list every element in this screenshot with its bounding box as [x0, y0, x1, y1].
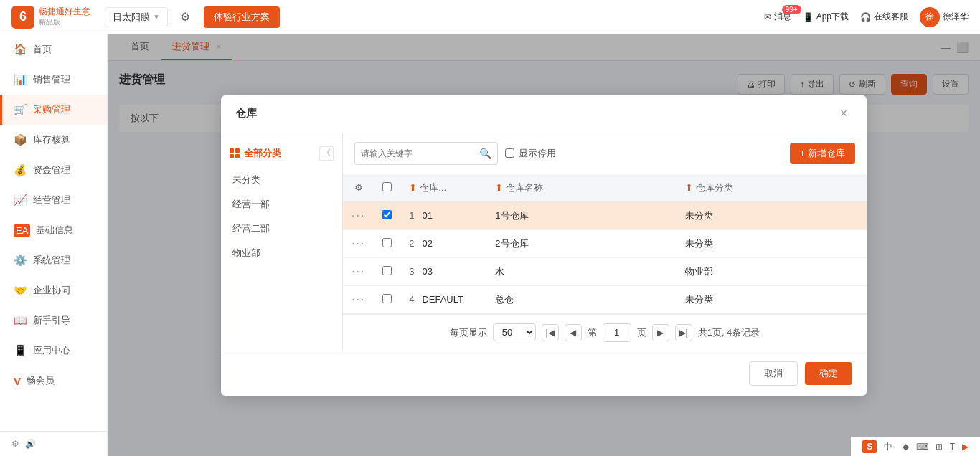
last-page-button[interactable]: ▶| — [675, 324, 692, 341]
play-icon: ▶ — [962, 442, 969, 452]
col-name[interactable]: ⬆仓库名称 — [486, 174, 677, 202]
sidebar-item-sales[interactable]: 📊 销售管理 — [0, 65, 107, 95]
show-disabled-checkbox-label[interactable]: 显示停用 — [505, 147, 556, 160]
per-page-label: 每页显示 — [450, 326, 487, 339]
row-category-cell: 未分类 — [677, 285, 867, 313]
warehouse-table: ⚙ ⬆仓库... ⬆仓库名称 — [343, 174, 867, 314]
message-badge: 99+ — [782, 5, 801, 14]
confirm-button[interactable]: 确定 — [805, 362, 852, 385]
keyboard-icon[interactable]: ⌨ — [916, 442, 928, 452]
search-box[interactable]: 🔍 — [354, 142, 498, 165]
sidebar-item-inventory[interactable]: 📦 库存核算 — [0, 125, 107, 155]
sidebar-item-purchase[interactable]: 🛒 采购管理 — [0, 95, 107, 125]
sort-icon-cat: ⬆ — [685, 182, 693, 193]
page-number-input[interactable] — [603, 323, 631, 342]
sidebar-item-label: 库存核算 — [33, 133, 70, 146]
show-disabled-checkbox[interactable] — [505, 148, 514, 158]
new-warehouse-button[interactable]: + 新增仓库 — [790, 143, 855, 164]
row-name-cell: 水 — [486, 257, 677, 285]
row-checkbox-cell[interactable] — [374, 201, 400, 229]
category-item-property[interactable]: 物业部 — [221, 241, 342, 265]
category-item-ops2[interactable]: 经营二部 — [221, 217, 342, 241]
search-input[interactable] — [361, 148, 479, 158]
table-row: ··· 3 03 水 物业部 — [343, 257, 867, 285]
row-checkbox[interactable] — [382, 210, 392, 219]
home-icon: 🏠 — [14, 43, 27, 56]
headset-icon: 🎧 — [860, 12, 871, 22]
row-checkbox-cell[interactable] — [374, 229, 400, 257]
row-more-btn[interactable]: ··· — [343, 201, 374, 229]
row-name-cell: 1号仓库 — [486, 201, 677, 229]
main-layout: 🏠 首页 📊 销售管理 🛒 采购管理 📦 库存核算 💰 资金管理 📈 经营管理 … — [0, 34, 980, 456]
username: 徐泽华 — [943, 11, 969, 23]
sidebar-bottom: ⚙ 🔊 — [0, 431, 107, 456]
guide-icon: 📖 — [14, 314, 27, 327]
sales-icon: 📊 — [14, 73, 27, 86]
page-label: 第 — [588, 326, 597, 339]
basics-icon: EA — [14, 224, 30, 237]
modal-close-button[interactable]: × — [835, 105, 852, 123]
row-checkbox[interactable] — [382, 266, 392, 275]
topbar: 6 畅捷通好生意 精品版 日太阳膜 ▼ ⚙ 体验行业方案 ✉ 消息 99+ 📱 … — [0, 0, 980, 34]
category-item-unclassified[interactable]: 未分类 — [221, 168, 342, 192]
page-suffix: 页 — [637, 326, 646, 339]
row-checkbox[interactable] — [382, 238, 392, 247]
row-checkbox-cell[interactable] — [374, 257, 400, 285]
logo-text-group: 畅捷通好生意 精品版 — [39, 6, 90, 28]
sidebar-item-label: 资金管理 — [33, 163, 70, 176]
trial-button[interactable]: 体验行业方案 — [204, 6, 280, 28]
speaker-bottom-icon[interactable]: 🔊 — [25, 439, 36, 449]
per-page-select[interactable]: 50 20 100 — [493, 323, 536, 341]
cancel-button[interactable]: 取消 — [749, 361, 798, 386]
finance-icon: 💰 — [14, 163, 27, 176]
select-all-checkbox[interactable] — [382, 182, 392, 191]
user-menu[interactable]: 徐 徐泽华 — [920, 7, 969, 27]
online-service-button[interactable]: 🎧 在线客服 — [860, 11, 908, 23]
logo-icon: 6 — [11, 6, 34, 29]
settings-icon[interactable]: ⚙ — [174, 6, 197, 29]
row-more-btn[interactable]: ··· — [343, 257, 374, 285]
sidebar-item-finance[interactable]: 💰 资金管理 — [0, 155, 107, 185]
company-selector[interactable]: 日太阳膜 ▼ — [105, 7, 168, 27]
sidebar-item-enterprise[interactable]: 🤝 企业协同 — [0, 275, 107, 305]
sidebar-item-label: 基础信息 — [36, 224, 73, 237]
collapse-button[interactable]: 《 — [319, 146, 334, 161]
sidebar-item-label: 首页 — [33, 43, 52, 56]
sidebar-item-system[interactable]: ⚙️ 系统管理 — [0, 245, 107, 275]
next-page-button[interactable]: ▶ — [652, 324, 669, 341]
main-content: 首页 进货管理 × — ⬜ 进货管理 🖨 打印 ↑ 导出 — [108, 34, 980, 456]
message-icon: ✉ — [764, 12, 771, 22]
sidebar-item-guide[interactable]: 📖 新手引导 — [0, 305, 107, 336]
row-more-btn[interactable]: ··· — [343, 285, 374, 313]
lang-indicator[interactable]: 中· — [884, 441, 895, 453]
category-item-ops1[interactable]: 经营一部 — [221, 192, 342, 217]
enterprise-icon: 🤝 — [14, 284, 27, 297]
sidebar-item-apps[interactable]: 📱 应用中心 — [0, 336, 107, 366]
bottom-bar: S 中· ◆ ⌨ ⊞ T ▶ — [851, 437, 980, 456]
col-code[interactable]: ⬆仓库... — [400, 174, 486, 202]
sidebar-item-label: 经营管理 — [33, 194, 70, 206]
right-panel: 🔍 显示停用 + 新增仓库 — [343, 133, 867, 351]
operations-icon: 📈 — [14, 194, 27, 206]
row-checkbox-cell[interactable] — [374, 285, 400, 313]
grid-bottom-icon: ⊞ — [936, 442, 943, 452]
message-button[interactable]: ✉ 消息 99+ — [764, 11, 791, 23]
app-download-button[interactable]: 📱 App下载 — [803, 11, 849, 23]
sidebar-item-basics[interactable]: EA 基础信息 — [0, 215, 107, 245]
sidebar-item-operations[interactable]: 📈 经营管理 — [0, 185, 107, 215]
pagination: 每页显示 50 20 100 |◀ ◀ 第 页 ▶ — [343, 314, 867, 351]
row-num-cell: 1 01 — [400, 201, 486, 229]
sidebar-item-member[interactable]: V 畅会员 — [0, 366, 107, 396]
app-download-icon: 📱 — [803, 12, 814, 22]
col-settings: ⚙ — [343, 174, 374, 202]
col-category[interactable]: ⬆仓库分类 — [677, 174, 867, 202]
sidebar-item-label: 企业协同 — [33, 284, 70, 297]
row-more-btn[interactable]: ··· — [343, 229, 374, 257]
first-page-button[interactable]: |◀ — [542, 324, 559, 341]
row-category-cell: 未分类 — [677, 229, 867, 257]
sidebar-item-home[interactable]: 🏠 首页 — [0, 34, 107, 65]
row-checkbox[interactable] — [382, 294, 392, 303]
prev-page-button[interactable]: ◀ — [565, 324, 582, 341]
table-header-row: ⚙ ⬆仓库... ⬆仓库名称 — [343, 174, 867, 202]
settings-bottom-icon[interactable]: ⚙ — [11, 439, 19, 449]
